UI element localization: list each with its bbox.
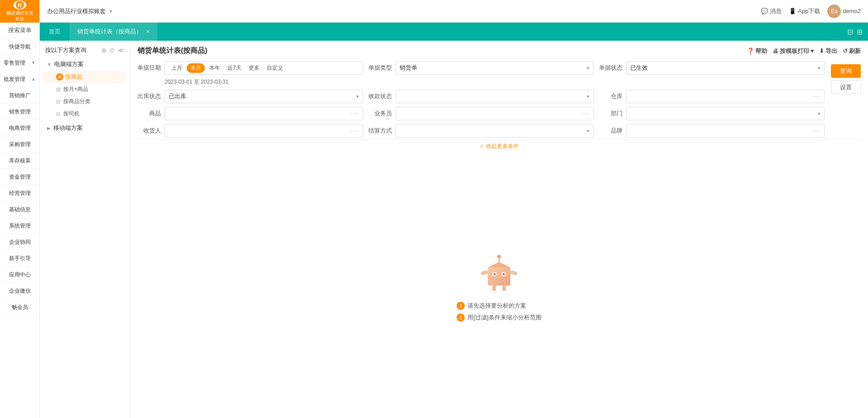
salesperson-select[interactable]: ··· <box>396 107 594 120</box>
brand-dots-icon: ··· <box>812 127 821 134</box>
date-tab-this-month[interactable]: 本月 <box>187 63 205 73</box>
tree-mobile-section[interactable]: ▶ 移动端方案 <box>43 122 126 134</box>
payment-select[interactable]: ▾ <box>396 124 594 138</box>
tree-item-by-month-goods[interactable]: ⊞ 按月+商品 <box>43 83 126 95</box>
collapse-panel-icon[interactable]: ≪ <box>118 47 124 54</box>
out-status-label: 出库状态 <box>137 92 165 100</box>
tab-home[interactable]: 首页 <box>40 23 70 41</box>
tree-item-by-category[interactable]: ⊟ 按商品分类 <box>43 95 126 108</box>
payment-label: 结算方式 <box>368 127 396 135</box>
template-print-btn[interactable]: 🖨 按模板打印 ▾ <box>773 47 814 55</box>
date-tab-last-month[interactable]: 上月 <box>169 63 185 73</box>
out-status-filter: 出库状态 已出库 ▾ <box>137 90 363 103</box>
header-left: 办公用品行业模拟账套 ▾ <box>47 7 112 15</box>
sidebar-item-retail[interactable]: 零售管理 ▼ <box>0 55 39 71</box>
refresh-btn[interactable]: ↺ 刷新 <box>843 47 861 55</box>
svg-rect-13 <box>510 270 518 276</box>
tab-sales-stat[interactable]: 销货单统计表（按商品） ✕ <box>70 23 157 41</box>
tab-minimize-icon[interactable]: ⊟ <box>847 28 853 36</box>
brand-select[interactable]: ··· <box>626 124 825 138</box>
tree-item-by-goods[interactable]: 按 按商品 <box>43 71 126 83</box>
tree-pc-section[interactable]: ▼ 电脑端方案 <box>43 58 126 71</box>
sidebar-item-system[interactable]: 系统管理 <box>0 218 39 234</box>
sidebar-item-wechat[interactable]: 企业微信 <box>0 283 39 299</box>
sidebar-item-quicknav[interactable]: 快捷导航 <box>0 38 39 55</box>
collapse-bar[interactable]: ∧ 收起更多条件 <box>137 139 861 153</box>
date-tab-custom[interactable]: 自定义 <box>264 63 286 73</box>
date-tab-more[interactable]: 更多 <box>246 63 262 73</box>
edit-scheme-icon[interactable]: ⊙ <box>109 47 115 54</box>
doc-status-filter: 单据状态 已生效 ▾ <box>599 61 825 75</box>
doc-status-label: 单据状态 <box>599 64 626 72</box>
by-goods-label: 按商品 <box>65 73 83 81</box>
filter-row-4: 收货人 ··· 结算方式 ▾ 品牌 <box>137 124 861 138</box>
message-label: 消息 <box>770 7 782 15</box>
goods-filter: 商品 ··· <box>137 107 363 120</box>
warehouse-dots-icon: ··· <box>812 93 821 100</box>
sidebar-item-finance[interactable]: 资金管理 <box>0 169 39 185</box>
warehouse-filter: 仓库 ··· <box>599 90 825 103</box>
tab-close-icon[interactable]: ✕ <box>146 28 150 35</box>
app-download-btn[interactable]: 📱 App下载 <box>789 7 820 15</box>
workspace-arrow-icon[interactable]: ▾ <box>109 8 112 14</box>
tip-2-num: 2 <box>457 314 465 322</box>
query-button[interactable]: 查询 <box>831 64 861 78</box>
doc-type-select[interactable]: 销货单 ▾ <box>396 61 594 75</box>
doc-status-select[interactable]: 已生效 ▾ <box>626 61 825 75</box>
page-title-row: 销货单统计表(按商品) ❓ 帮助 🖨 按模板打印 ▾ ⬇ <box>137 46 861 56</box>
print-icon: 🖨 <box>773 48 778 54</box>
query-buttons: 查询 设置 <box>831 64 861 94</box>
settings-button[interactable]: 设置 <box>831 81 861 94</box>
refresh-icon: ↺ <box>843 48 848 54</box>
tab-maximize-icon[interactable]: ⊞ <box>857 28 863 36</box>
filter-row-2: 出库状态 已出库 ▾ 收款状态 ▾ 仓库 <box>137 90 861 103</box>
sidebar-search[interactable]: 搜索菜单 <box>0 23 39 38</box>
content-wrapper: 按以下方案查询 ⊕ ⊙ ≪ ▼ 电脑端方案 按 按商品 ⊞ <box>40 41 868 418</box>
tab-bar-controls: ⊟ ⊞ <box>842 28 868 36</box>
svg-rect-12 <box>481 270 488 276</box>
message-btn[interactable]: 💬 消息 <box>761 7 782 15</box>
logo-icon: 好 <box>14 0 26 10</box>
sidebar-item-marketing[interactable]: 营销推广 <box>0 87 39 104</box>
month-goods-icon: ⊞ <box>56 86 61 93</box>
filter-container: 销货单统计表(按商品) ❓ 帮助 🖨 按模板打印 ▾ ⬇ <box>130 41 868 153</box>
logo-text: 畅捷通好生意 <box>6 10 33 16</box>
svg-text:好: 好 <box>17 3 23 8</box>
out-status-select[interactable]: 已出库 ▾ <box>165 90 363 103</box>
date-tab-this-year[interactable]: 本年 <box>207 63 223 73</box>
sidebar-item-inventory[interactable]: 库存核算 <box>0 152 39 169</box>
sidebar-item-wholesale[interactable]: 批发管理 ▲ <box>0 71 39 87</box>
by-goods-icon: 按 <box>56 73 63 81</box>
mobile-section-label: 移动端方案 <box>53 124 83 132</box>
brand-label: 品牌 <box>599 127 626 135</box>
doc-type-label: 单据类型 <box>368 64 396 72</box>
date-tab-7days[interactable]: 近7天 <box>225 63 244 73</box>
sidebar-item-sales[interactable]: 销售管理 <box>0 104 39 120</box>
date-filter: 单据日期 上月 本月 本年 近7天 更多 自定义 <box>137 61 363 75</box>
export-btn[interactable]: ⬇ 导出 <box>819 47 837 55</box>
by-month-goods-label: 按月+商品 <box>63 86 88 93</box>
receiver-select[interactable]: ··· <box>165 124 363 138</box>
sidebar-item-appstore[interactable]: 应用中心 <box>0 266 39 283</box>
tree-section: ▼ 电脑端方案 按 按商品 ⊞ 按月+商品 ⊟ 按商品分类 ⊟ <box>40 58 130 134</box>
left-panel-title: 按以下方案查询 <box>45 46 86 54</box>
help-btn[interactable]: ❓ 帮助 <box>747 47 767 55</box>
date-control[interactable]: 上月 本月 本年 近7天 更多 自定义 <box>165 61 363 75</box>
dept-select[interactable]: ▾ <box>626 107 825 120</box>
sidebar-item-member[interactable]: 畅会员 <box>0 299 39 315</box>
out-status-arrow-icon: ▾ <box>356 94 359 100</box>
sidebar-item-operations[interactable]: 经营管理 <box>0 185 39 201</box>
sidebar-item-ecommerce[interactable]: 电商管理 <box>0 120 39 136</box>
sidebar-item-enterprise[interactable]: 企业协同 <box>0 234 39 250</box>
category-icon: ⊟ <box>56 99 61 105</box>
sidebar-item-newbie[interactable]: 新手引导 <box>0 250 39 266</box>
goods-select[interactable]: ··· <box>165 107 363 120</box>
sidebar-item-purchase[interactable]: 采购管理 <box>0 136 39 152</box>
user-avatar-btn[interactable]: Ea demo2 <box>827 5 861 18</box>
warehouse-select[interactable]: ··· <box>626 90 825 103</box>
tree-item-by-driver[interactable]: ⊟ 按司机 <box>43 108 126 120</box>
receiver-dots-icon: ··· <box>351 127 359 134</box>
add-scheme-icon[interactable]: ⊕ <box>101 47 107 54</box>
receipt-status-select[interactable]: ▾ <box>396 90 594 103</box>
sidebar-item-basics[interactable]: 基础信息 <box>0 201 39 218</box>
